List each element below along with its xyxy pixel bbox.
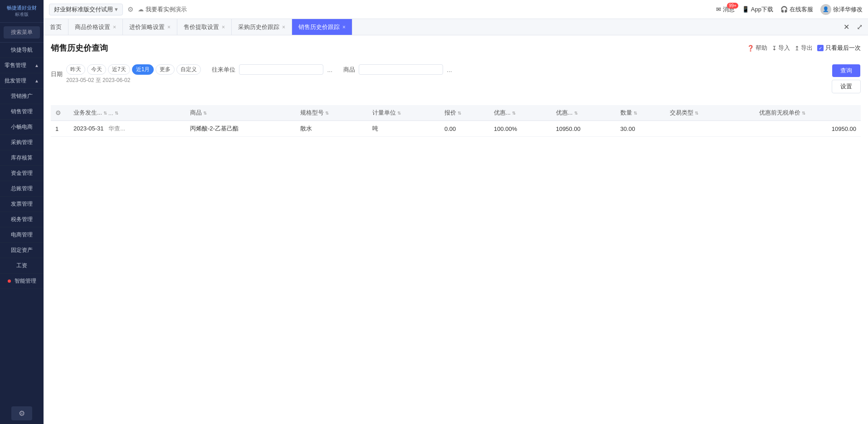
online-service-button[interactable]: 🎧 在线客服 (780, 5, 813, 14)
th-unit: 计量单位 ⇅ (368, 105, 440, 121)
source-unit-input[interactable] (239, 64, 323, 75)
message-icon: ✉ (716, 6, 721, 13)
product-dots[interactable]: ... (447, 66, 452, 73)
product-filter: 商品 ... (343, 64, 452, 75)
sidebar-item-ledger[interactable]: 总账管理 (0, 181, 44, 197)
th-price: 报价 ⇅ (440, 105, 489, 121)
sort-spec[interactable]: 规格型号 ⇅ (300, 109, 363, 117)
sidebar-item-inventory[interactable]: 库存核算 (0, 150, 44, 166)
sidebar-item-tax[interactable]: 税务管理 (0, 212, 44, 227)
cell-product: 丙烯酸-2-乙基己酯 (185, 121, 296, 137)
column-settings-icon[interactable]: ⚙ (55, 109, 61, 116)
date-custom-btn[interactable]: 自定义 (176, 64, 201, 75)
sidebar-item-invoice[interactable]: 发票管理 (0, 197, 44, 212)
sidebar-item-sales[interactable]: 销售管理 (0, 104, 44, 120)
sidebar-item-purchase[interactable]: 采购管理 (0, 135, 44, 150)
sort-pretax-price[interactable]: 优惠前无税单价 ⇅ (759, 109, 856, 117)
dropdown-arrow-icon: ▾ (115, 6, 118, 13)
sidebar-item-wholesale[interactable]: 批发管理 ▲ (0, 73, 44, 89)
tab-product-price[interactable]: 商品价格设置 × (68, 19, 123, 35)
page-area: 销售历史价查询 ❓ 帮助 ↧ 导入 ↥ 导出 ✓ 只看最后一次 (44, 35, 868, 424)
sort-trade-type[interactable]: 交易类型 ⇅ (670, 109, 733, 117)
sidebar-item-marketing[interactable]: 营销推广 (0, 89, 44, 104)
sidebar: 畅捷通好业财 标准版 搜索菜单 快捷导航 零售管理 ▲ 批发管理 ▲ 营销推广 … (0, 0, 44, 424)
date-last1month-btn[interactable]: 近1月 (132, 64, 154, 75)
tab-close-purchase-history[interactable]: × (282, 24, 285, 30)
sort-qty[interactable]: 数量 ⇅ (620, 109, 661, 117)
topbar-gear-icon[interactable]: ⚙ (126, 4, 135, 15)
th-qty: 数量 ⇅ (616, 105, 665, 121)
date-today-btn[interactable]: 今天 (87, 64, 106, 75)
sort-discount2[interactable]: 优惠... ⇅ (556, 109, 611, 117)
search-menu-button[interactable]: 搜索菜单 (4, 26, 40, 39)
source-unit-dots[interactable]: ... (327, 66, 332, 73)
phone-icon: 📱 (742, 6, 749, 13)
user-menu[interactable]: 👤 徐泽华修改 (820, 4, 863, 15)
sort-icon-biz-date: ⇅ (103, 111, 107, 116)
tabbar: 首页 商品价格设置 × 进价策略设置 × 售价提取设置 × 采购历史价跟踪 × … (44, 19, 868, 35)
sidebar-item-smart[interactable]: 智能管理 (0, 274, 44, 289)
sidebar-logo: 畅捷通好业财 标准版 (0, 0, 44, 23)
sort-discount1[interactable]: 优惠... ⇅ (494, 109, 547, 117)
sort-icon-trade-type: ⇅ (695, 111, 698, 116)
import-link[interactable]: ↧ 导入 (772, 44, 790, 52)
filter-bar: 日期 昨天 今天 近7天 近1月 更多 自定义 2023-05-02 至 202… (51, 60, 861, 98)
settings-button[interactable]: 设置 (832, 80, 861, 93)
app-download-button[interactable]: 📱 App下载 (742, 5, 773, 14)
export-icon: ↥ (795, 45, 800, 52)
help-link[interactable]: ❓ 帮助 (747, 44, 767, 52)
sidebar-item-ecommerce[interactable]: 电商管理 (0, 227, 44, 243)
cell-discount2: 10950.00 (551, 121, 616, 137)
help-icon: ❓ (747, 45, 754, 52)
tab-maximize-button[interactable]: ⤢ (854, 22, 865, 32)
tab-price-extract[interactable]: 售价提取设置 × (177, 19, 232, 35)
sort-icon-price: ⇅ (458, 111, 461, 116)
only-last-checkbox[interactable]: ✓ 只看最后一次 (817, 44, 861, 52)
source-unit-filter: 往来单位 ... (212, 64, 332, 75)
tab-purchase-history[interactable]: 采购历史价跟踪 × (232, 19, 292, 35)
tab-purchase-strategy[interactable]: 进价策略设置 × (123, 19, 177, 35)
sort-biz-date[interactable]: 业务发生... ⇅ ... ⇅ (73, 109, 181, 117)
date-label: 日期 (51, 70, 63, 78)
module-select[interactable]: 好业财标准版交付试用 ▾ (49, 4, 123, 15)
date-yesterday-btn[interactable]: 昨天 (66, 64, 85, 75)
avatar: 👤 (820, 4, 831, 15)
date-last7-btn[interactable]: 近7天 (108, 64, 130, 75)
product-label: 商品 (343, 66, 355, 74)
date-more-btn[interactable]: 更多 (156, 64, 175, 75)
tab-close-price-extract[interactable]: × (222, 24, 225, 30)
tabbar-controls: ✕ ⤢ (841, 22, 868, 32)
sidebar-item-quick-nav[interactable]: 快捷导航 (0, 43, 44, 58)
topbar: 好业财标准版交付试用 ▾ ⚙ ☁ 我要看实例演示 ✉ 消息 99+ 📱 App下… (44, 0, 868, 19)
settings-gear-button[interactable]: ⚙ (11, 406, 32, 420)
tab-home[interactable]: 首页 (44, 19, 68, 35)
sidebar-item-salary[interactable]: 工资 (0, 258, 44, 274)
sort-product[interactable]: 商品 ⇅ (190, 109, 291, 117)
th-discount2: 优惠... ⇅ (551, 105, 616, 121)
tab-sales-history[interactable]: 销售历史价跟踪 × (292, 19, 352, 35)
export-link[interactable]: ↥ 导出 (795, 44, 813, 52)
product-input[interactable] (359, 64, 443, 75)
tab-close-window-button[interactable]: ✕ (841, 22, 852, 32)
data-table: ⚙ 业务发生... ⇅ ... ⇅ 商品 ⇅ (51, 105, 861, 137)
sidebar-item-ecommerce-small[interactable]: 小畅电商 (0, 120, 44, 135)
th-trade-type: 交易类型 ⇅ (665, 105, 737, 121)
sort-icon-extra: ⇅ (115, 111, 118, 116)
sidebar-search-section: 搜索菜单 (0, 23, 44, 43)
sort-price[interactable]: 报价 ⇅ (444, 109, 485, 117)
sidebar-item-retail[interactable]: 零售管理 ▲ (0, 58, 44, 73)
headset-icon: 🎧 (780, 6, 788, 13)
message-button[interactable]: ✉ 消息 99+ (716, 5, 735, 14)
query-button[interactable]: 查询 (832, 64, 860, 77)
sidebar-item-finance[interactable]: 资金管理 (0, 166, 44, 181)
cell-trade-type (665, 121, 737, 137)
sort-icon-spec: ⇅ (325, 111, 329, 116)
tab-close-purchase-strategy[interactable]: × (167, 24, 171, 30)
sort-unit[interactable]: 计量单位 ⇅ (372, 109, 435, 117)
main-area: 好业财标准版交付试用 ▾ ⚙ ☁ 我要看实例演示 ✉ 消息 99+ 📱 App下… (44, 0, 868, 424)
cell-spacer (737, 121, 755, 137)
tab-close-product-price[interactable]: × (113, 24, 116, 30)
demo-link[interactable]: ☁ 我要看实例演示 (138, 5, 187, 14)
tab-close-sales-history[interactable]: × (342, 24, 346, 30)
sidebar-item-fixed-assets[interactable]: 固定资产 (0, 243, 44, 258)
